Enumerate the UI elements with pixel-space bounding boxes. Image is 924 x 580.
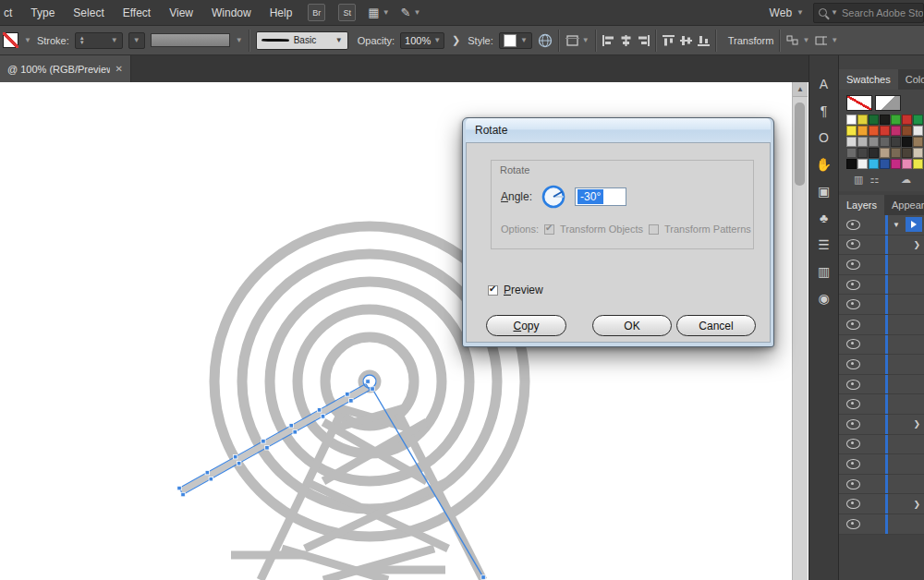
tab-swatches[interactable]: Swatches	[839, 69, 898, 90]
layer-row[interactable]	[839, 394, 924, 415]
swatch[interactable]	[869, 159, 879, 169]
layer-row[interactable]: ❯	[839, 236, 924, 256]
expand-chevron-icon[interactable]: ❯	[913, 240, 920, 249]
pencil-wave-icon[interactable]: ✎▼	[401, 6, 421, 19]
swatch[interactable]	[891, 159, 901, 169]
visibility-eye-icon[interactable]	[846, 499, 860, 509]
swatch[interactable]	[902, 137, 912, 147]
visibility-eye-icon[interactable]	[846, 419, 860, 429]
swatch[interactable]	[891, 148, 901, 158]
swatch[interactable]	[857, 148, 868, 158]
layer-row[interactable]	[839, 475, 924, 495]
symbols-panel-icon[interactable]: ♣	[814, 210, 834, 226]
close-icon[interactable]: ✕	[116, 64, 123, 74]
selected-layer-thumbnail[interactable]	[906, 217, 922, 232]
paragraph-panel-icon[interactable]: ¶	[814, 103, 834, 119]
menu-item-type[interactable]: Type	[21, 0, 64, 26]
menu-item-object[interactable]: ct	[0, 0, 21, 26]
arrange-documents-icon[interactable]: ▦▼	[368, 6, 389, 19]
layer-row[interactable]	[839, 514, 924, 535]
layer-row[interactable]	[839, 255, 924, 275]
swatch-kind-icon[interactable]: ⚏	[869, 174, 879, 186]
swatch[interactable]	[880, 115, 890, 125]
visibility-eye-icon[interactable]	[846, 320, 860, 330]
visibility-eye-icon[interactable]	[846, 399, 860, 409]
layer-row[interactable]	[839, 454, 924, 475]
cancel-button[interactable]: Cancel	[676, 315, 756, 336]
variable-width-dropdown[interactable]: ▼	[128, 32, 145, 49]
menu-item-help[interactable]: Help	[261, 0, 302, 26]
layer-row[interactable]	[839, 295, 924, 315]
tab-layers[interactable]: Layers	[839, 195, 884, 215]
swatch[interactable]	[869, 115, 879, 125]
isolate-options-icon[interactable]: ▼	[815, 35, 838, 46]
swatch[interactable]	[913, 126, 923, 136]
swatch[interactable]	[880, 148, 890, 158]
tab-color[interactable]: Color	[898, 69, 924, 90]
swatch[interactable]	[913, 148, 923, 158]
layer-row[interactable]	[839, 375, 924, 395]
opacity-field[interactable]: 100% ▼	[400, 32, 444, 49]
workspace-switcher[interactable]: Web ▼	[770, 6, 804, 19]
distribute-top-icon[interactable]	[663, 35, 675, 46]
hand-panel-icon[interactable]: ✋	[814, 156, 834, 173]
scrollbar-thumb[interactable]	[795, 103, 805, 186]
swatch[interactable]	[857, 137, 868, 147]
vertical-scrollbar[interactable]: ▲	[792, 82, 808, 580]
swatch[interactable]	[869, 148, 879, 158]
layer-row[interactable]	[839, 275, 924, 296]
swatch[interactable]	[846, 159, 857, 169]
stock-search-field[interactable]: ▼ Search Adobe Stock	[813, 3, 924, 23]
visibility-eye-icon[interactable]	[846, 380, 860, 390]
angle-input[interactable]: -30°	[575, 187, 626, 206]
stroke-weight-field[interactable]: ▲▼ ▼	[75, 32, 123, 49]
menu-lines-panel-icon[interactable]: ☰	[814, 236, 834, 253]
swatch[interactable]	[891, 115, 901, 125]
layer-row[interactable]	[839, 315, 924, 335]
cloud-icon[interactable]: ☁	[901, 174, 911, 186]
opentype-panel-icon[interactable]: O	[814, 129, 834, 146]
expand-chevron-icon[interactable]: ❯	[913, 500, 920, 509]
expand-chevron-icon[interactable]: ❯	[913, 419, 920, 429]
visibility-eye-icon[interactable]	[846, 479, 860, 489]
visibility-eye-icon[interactable]	[846, 260, 860, 270]
visibility-eye-icon[interactable]	[846, 439, 860, 449]
menu-item-window[interactable]: Window	[202, 0, 261, 26]
transform-link[interactable]: Transform	[728, 35, 774, 46]
swatch[interactable]	[913, 137, 923, 147]
ok-button[interactable]: OK	[592, 315, 672, 336]
shape-options-icon[interactable]: ▼	[786, 35, 809, 46]
swatch[interactable]	[846, 137, 857, 147]
character-panel-icon[interactable]: A	[814, 76, 834, 92]
visibility-eye-icon[interactable]	[846, 220, 860, 230]
swatch[interactable]	[846, 126, 857, 136]
swatch[interactable]	[869, 126, 879, 136]
stock-badge[interactable]: St	[338, 4, 356, 21]
swatch[interactable]	[880, 159, 890, 169]
brush-profile-swatch[interactable]	[151, 33, 230, 47]
swatch[interactable]	[857, 126, 868, 136]
chevron-down-icon[interactable]: ▼	[893, 221, 900, 229]
swatch[interactable]	[869, 137, 879, 147]
opacity-panel-arrow[interactable]: ❯	[450, 34, 462, 46]
swatch[interactable]	[913, 159, 923, 169]
swatch[interactable]	[857, 159, 868, 169]
align-center-icon[interactable]	[620, 35, 632, 46]
menu-item-select[interactable]: Select	[64, 0, 113, 26]
swatch[interactable]	[891, 126, 901, 136]
document-tab[interactable]: @ 100% (RGB/Preview) ✕	[0, 55, 131, 82]
swatch[interactable]	[857, 115, 868, 125]
swatch[interactable]	[913, 115, 923, 125]
distribute-center-icon[interactable]	[680, 35, 692, 46]
globe-icon[interactable]	[538, 33, 553, 48]
tab-appearance[interactable]: Appearance	[884, 195, 924, 215]
preview-checkbox[interactable]	[488, 285, 498, 296]
layer-row[interactable]: ❯	[839, 494, 924, 514]
layer-row[interactable]	[839, 355, 924, 375]
visibility-eye-icon[interactable]	[846, 299, 860, 309]
transform-objects-checkbox[interactable]	[544, 224, 554, 235]
rotate-dialog[interactable]: Rotate Rotate Angle: -30° Options:	[462, 117, 774, 347]
swatch[interactable]	[902, 126, 912, 136]
swatch[interactable]	[846, 115, 857, 125]
align-left-icon[interactable]	[602, 35, 614, 46]
